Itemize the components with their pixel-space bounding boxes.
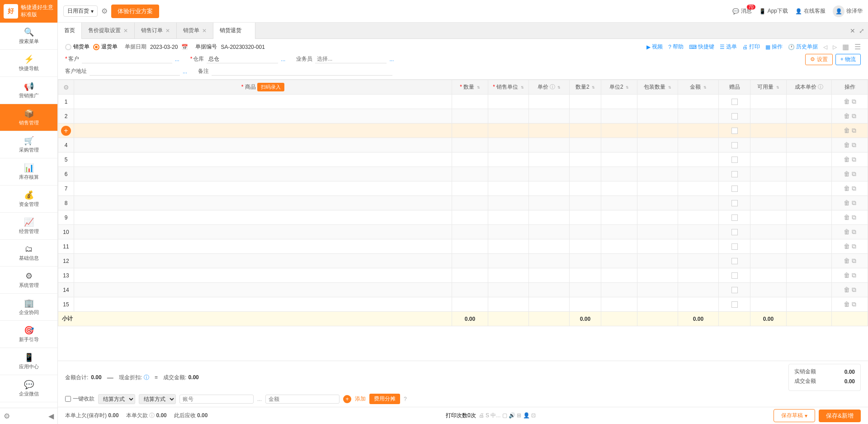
delete-icon[interactable]: 🗑 [844, 300, 850, 308]
delete-icon[interactable]: 🗑 [844, 185, 850, 192]
addflow-button[interactable]: + 物流 [835, 54, 861, 65]
th-sales-unit[interactable]: * 销售单位 ⇅ [488, 80, 529, 95]
th-pack[interactable]: 包装数量 ⇅ [637, 80, 678, 95]
topbar-gear-icon[interactable]: ⚙ [101, 7, 108, 15]
th-amount[interactable]: 金额 ⇅ [678, 80, 719, 95]
gift-checkbox[interactable] [731, 142, 738, 148]
sidebar-item-marketing[interactable]: 📢 营销推广 [0, 77, 57, 104]
copy-icon[interactable]: ⧉ [852, 141, 856, 148]
calc-method-select[interactable]: 结算方式 [139, 394, 176, 404]
help-link[interactable]: ? 帮助 [668, 43, 684, 51]
th-price[interactable]: 单价 ⓘ ⇅ [529, 80, 570, 95]
tab-delivery[interactable]: 销货单 ✕ [177, 23, 213, 39]
delete-icon[interactable]: 🗑 [844, 228, 850, 235]
delete-icon[interactable]: 🗑 [844, 199, 850, 206]
tab-sales-order[interactable]: 销售订单 ✕ [135, 23, 177, 39]
customer-input[interactable] [82, 55, 172, 63]
tab-home[interactable]: 首页 [58, 23, 82, 39]
copy-icon[interactable]: ⧉ [852, 156, 856, 163]
copy-icon[interactable]: ⧉ [852, 257, 856, 264]
add-row-button[interactable]: + [61, 126, 71, 136]
th-gift[interactable]: 赠品 [719, 80, 750, 95]
sidebar-item-vip[interactable]: V 畅会员 [0, 402, 57, 408]
tab-price-setting[interactable]: 售价提取设置 ✕ [82, 23, 135, 39]
gift-checkbox[interactable] [731, 243, 738, 250]
shortcut-link[interactable]: ⌨ 快捷键 [689, 43, 714, 51]
copy-icon[interactable]: ⧉ [852, 199, 856, 206]
select-link[interactable]: ☰ 选单 [720, 43, 737, 51]
gear-icon[interactable]: ⚙ [63, 84, 69, 91]
tab-price-close-icon[interactable]: ✕ [123, 28, 128, 34]
operate-link[interactable]: ▦ 操作 [765, 43, 783, 51]
gift-checkbox[interactable] [731, 99, 738, 105]
customer-more-icon[interactable]: ... [175, 56, 179, 62]
tab-order-close-icon[interactable]: ✕ [165, 28, 170, 34]
add-payment-button[interactable]: + [343, 395, 351, 403]
settle-method-select[interactable]: 结算方式 [98, 394, 135, 404]
copy-icon[interactable]: ⧉ [852, 243, 856, 250]
gift-checkbox[interactable] [731, 113, 738, 119]
copy-icon[interactable]: ⧉ [852, 112, 856, 119]
sidebar-item-finance[interactable]: 💰 资金管理 [0, 186, 57, 213]
gift-checkbox[interactable] [731, 214, 738, 221]
sidebar-item-guide[interactable]: 🎯 新手引导 [0, 321, 57, 348]
copy-icon[interactable]: ⧉ [852, 214, 856, 221]
nav-prev-icon[interactable]: ◁ [823, 44, 827, 50]
gift-checkbox[interactable] [731, 200, 738, 206]
sidebar-item-purchase[interactable]: 🛒 采购管理 [0, 131, 57, 158]
gift-checkbox[interactable] [731, 157, 738, 163]
gift-checkbox[interactable] [731, 258, 738, 264]
save-draft-button[interactable]: 保存草稿 ▾ [774, 409, 815, 422]
address-more-icon[interactable]: ... [183, 68, 187, 75]
settings-button[interactable]: ⚙ 设置 [805, 54, 832, 65]
copy-icon[interactable]: ⧉ [852, 170, 856, 177]
account-more-icon[interactable]: ... [257, 396, 262, 402]
trial-button[interactable]: 体验行业方案 [111, 5, 159, 18]
th-qty2[interactable]: 数量2 ⇅ [570, 80, 601, 95]
sidebar-collapse-icon[interactable]: ◀ [48, 412, 54, 420]
one-click-pay-checkbox[interactable] [65, 396, 71, 402]
copy-icon[interactable]: ⧉ [852, 286, 856, 293]
delete-icon[interactable]: 🗑 [844, 286, 850, 293]
delete-icon[interactable]: 🗑 [844, 170, 850, 177]
app-download-item[interactable]: 📱 App下载 [759, 7, 788, 15]
date-selector[interactable]: 日用百货 ▾ [63, 5, 98, 17]
sidebar-settings-icon[interactable]: ⚙ [4, 412, 10, 420]
delete-icon[interactable]: 🗑 [844, 141, 850, 148]
account-input[interactable] [179, 395, 254, 404]
payment-amount-input[interactable] [265, 395, 340, 404]
delete-icon[interactable]: 🗑 [844, 156, 850, 163]
print-link[interactable]: 🖨 打印 [742, 43, 760, 51]
product-input[interactable] [77, 128, 449, 134]
th-available[interactable]: 可用量 ⇅ [750, 80, 787, 95]
close-all-icon[interactable]: ✕ [850, 27, 855, 34]
th-cost[interactable]: 成本单价 ⓘ [787, 80, 832, 95]
delete-icon[interactable]: 🗑 [844, 257, 850, 264]
sidebar-item-operations[interactable]: 📈 经营管理 [0, 213, 57, 240]
radio-delivery[interactable]: 销货单 [65, 43, 90, 51]
sidebar-item-sales[interactable]: 📦 销售管理 [0, 104, 57, 131]
remark-input[interactable] [212, 67, 392, 76]
sidebar-item-inventory[interactable]: 📊 库存核算 [0, 158, 57, 186]
warehouse-more-icon[interactable]: ... [281, 56, 285, 62]
history-link[interactable]: 🕐 历史单据 [788, 43, 818, 51]
scan-button[interactable]: 扫码录入 [257, 83, 284, 91]
sidebar-item-quicknav[interactable]: ⚡ 快捷导航 [0, 50, 57, 77]
message-icon-item[interactable]: 💬 消息 70 [732, 7, 752, 15]
gift-checkbox[interactable] [731, 272, 738, 279]
gift-checkbox[interactable] [731, 171, 738, 177]
gift-checkbox[interactable] [731, 301, 738, 308]
delete-icon[interactable]: 🗑 [844, 127, 850, 134]
copy-icon[interactable]: ⧉ [852, 228, 856, 235]
th-qty[interactable]: * 数量 ⇅ [452, 80, 488, 95]
sidebar-item-wechat[interactable]: 💬 企业微信 [0, 375, 57, 402]
address-input[interactable] [90, 67, 180, 76]
th-unit2[interactable]: 单位2 ⇅ [601, 80, 637, 95]
user-avatar-item[interactable]: 👤 徐泽华 [833, 5, 863, 17]
salesperson-more-icon[interactable]: ... [389, 56, 394, 62]
tab-delivery-close-icon[interactable]: ✕ [202, 28, 207, 34]
sidebar-item-search[interactable]: 🔍 搜索菜单 [0, 23, 57, 50]
delete-icon[interactable]: 🗑 [844, 112, 850, 119]
fee-help-icon[interactable]: ? [404, 396, 407, 402]
tab-returns[interactable]: 销货退货 ✕ [213, 23, 255, 39]
